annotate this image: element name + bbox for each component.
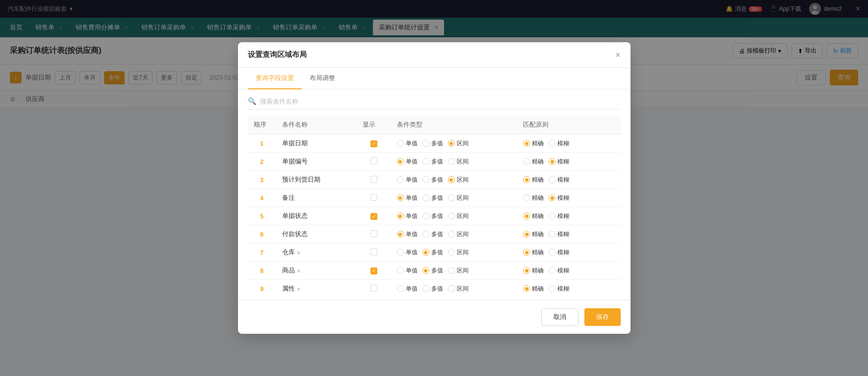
modal-title: 设置查询区域布局 (248, 50, 307, 59)
type-radio-type_single[interactable]: 单值 (397, 267, 418, 275)
condition-name: 单据状态 (276, 207, 357, 225)
modal-tab-query-fields[interactable]: 查询字段设置 (248, 68, 302, 89)
match-radio-cell: 精确模糊 (517, 243, 621, 262)
type-radio-type_multi[interactable]: 多值 (422, 194, 443, 202)
type-radio-type_multi[interactable]: 多值 (422, 285, 443, 293)
th-display: 显示 (357, 115, 391, 134)
match-radio-match_exact[interactable]: 精确 (523, 176, 544, 184)
match-radio-cell: 精确模糊 (517, 207, 621, 225)
display-checkbox[interactable] (370, 248, 377, 255)
match-radio-match_fuzzy[interactable]: 模糊 (549, 176, 569, 184)
type-radio-type_range[interactable]: 区间 (448, 194, 469, 202)
display-checkbox-cell (357, 134, 391, 153)
display-checkbox[interactable] (370, 213, 377, 220)
type-radio-type_multi[interactable]: 多值 (422, 230, 443, 239)
match-radio-match_exact[interactable]: 精确 (523, 267, 544, 275)
table-row: 4 (248, 189, 276, 207)
match-radio-cell: 精确模糊 (517, 134, 621, 153)
type-radio-type_single[interactable]: 单值 (397, 158, 418, 166)
conditions-table: 顺序 条件名称 显示 条件类型 匹配原则 1单据日期单值多值区间精确模糊2单据编… (248, 115, 621, 292)
match-radio-match_fuzzy[interactable]: 模糊 (549, 285, 569, 293)
type-radio-type_range[interactable]: 区间 (448, 158, 469, 166)
modal-footer: 取消 保存 (238, 300, 631, 334)
search-row: 🔍 (248, 97, 621, 109)
modal-body: 🔍 顺序 条件名称 显示 条件类型 匹配原则 (238, 89, 631, 300)
th-type: 条件类型 (391, 115, 517, 134)
match-radio-match_exact[interactable]: 精确 (523, 248, 544, 257)
match-radio-match_fuzzy[interactable]: 模糊 (549, 267, 569, 275)
display-checkbox[interactable] (370, 176, 377, 183)
display-checkbox-cell (357, 262, 391, 280)
modal-close-button[interactable]: × (615, 51, 621, 59)
match-radio-match_fuzzy[interactable]: 模糊 (549, 212, 569, 220)
display-checkbox[interactable] (370, 230, 377, 237)
table-row: 6 (248, 225, 276, 243)
table-row: 8 (248, 262, 276, 280)
search-icon: 🔍 (248, 97, 256, 105)
condition-name: 备注 (276, 189, 357, 207)
type-radio-type_range[interactable]: 区间 (448, 267, 469, 275)
type-radio-type_multi[interactable]: 多值 (422, 139, 443, 148)
type-radio-type_range[interactable]: 区间 (448, 285, 469, 293)
save-button[interactable]: 保存 (584, 308, 621, 326)
match-radio-cell: 精确模糊 (517, 262, 621, 280)
match-radio-match_fuzzy[interactable]: 模糊 (549, 158, 569, 166)
table-row: 9 (248, 280, 276, 293)
type-radio-type_multi[interactable]: 多值 (422, 267, 443, 275)
table-row: 2 (248, 153, 276, 171)
display-checkbox-cell (357, 225, 391, 243)
match-radio-match_fuzzy[interactable]: 模糊 (549, 248, 569, 257)
type-radio-type_single[interactable]: 单值 (397, 248, 418, 257)
table-row: 5 (248, 207, 276, 225)
type-radio-type_single[interactable]: 单值 (397, 285, 418, 293)
match-radio-match_exact[interactable]: 精确 (523, 285, 544, 293)
type-radio-type_range[interactable]: 区间 (448, 248, 469, 257)
th-match: 匹配原则 (517, 115, 621, 134)
type-radio-type_multi[interactable]: 多值 (422, 212, 443, 220)
type-radio-type_multi[interactable]: 多值 (422, 158, 443, 166)
match-radio-cell: 精确模糊 (517, 153, 621, 171)
modal-tab-layout[interactable]: 布局调整 (302, 68, 343, 89)
match-radio-cell: 精确模糊 (517, 280, 621, 293)
type-radio-type_single[interactable]: 单值 (397, 194, 418, 202)
match-radio-match_exact[interactable]: 精确 (523, 230, 544, 239)
cancel-button[interactable]: 取消 (541, 308, 579, 326)
type-radio-type_range[interactable]: 区间 (448, 212, 469, 220)
type-radio-cell: 单值多值区间 (391, 207, 517, 225)
match-radio-match_fuzzy[interactable]: 模糊 (549, 139, 569, 148)
table-row: 3 (248, 171, 276, 189)
th-name: 条件名称 (276, 115, 357, 134)
match-radio-match_exact[interactable]: 精确 (523, 194, 544, 202)
type-radio-type_single[interactable]: 单值 (397, 176, 418, 184)
match-radio-match_fuzzy[interactable]: 模糊 (549, 194, 569, 202)
type-radio-cell: 单值多值区间 (391, 262, 517, 280)
type-radio-type_multi[interactable]: 多值 (422, 176, 443, 184)
table-row: 7 (248, 243, 276, 262)
match-radio-cell: 精确模糊 (517, 189, 621, 207)
modal-header: 设置查询区域布局 × (238, 42, 631, 68)
match-radio-match_exact[interactable]: 精确 (523, 212, 544, 220)
type-radio-type_range[interactable]: 区间 (448, 176, 469, 184)
type-radio-type_range[interactable]: 区间 (448, 139, 469, 148)
display-checkbox[interactable] (370, 158, 377, 164)
type-radio-type_range[interactable]: 区间 (448, 230, 469, 239)
match-radio-match_exact[interactable]: 精确 (523, 139, 544, 148)
match-radio-match_fuzzy[interactable]: 模糊 (549, 230, 569, 239)
display-checkbox-cell (357, 243, 391, 262)
display-checkbox[interactable] (370, 268, 377, 274)
match-radio-match_exact[interactable]: 精确 (523, 158, 544, 166)
search-input[interactable] (260, 98, 358, 105)
condition-name: 仓库 ∨ (276, 243, 357, 262)
display-checkbox-cell (357, 153, 391, 171)
display-checkbox[interactable] (370, 194, 377, 201)
type-radio-type_single[interactable]: 单值 (397, 212, 418, 220)
display-checkbox-cell (357, 207, 391, 225)
type-radio-type_single[interactable]: 单值 (397, 230, 418, 239)
display-checkbox[interactable] (370, 140, 377, 147)
display-checkbox[interactable] (370, 285, 377, 292)
th-order: 顺序 (248, 115, 276, 134)
type-radio-cell: 单值多值区间 (391, 189, 517, 207)
type-radio-type_multi[interactable]: 多值 (422, 248, 443, 257)
condition-name: 商品 ∨ (276, 262, 357, 280)
type-radio-type_single[interactable]: 单值 (397, 139, 418, 148)
